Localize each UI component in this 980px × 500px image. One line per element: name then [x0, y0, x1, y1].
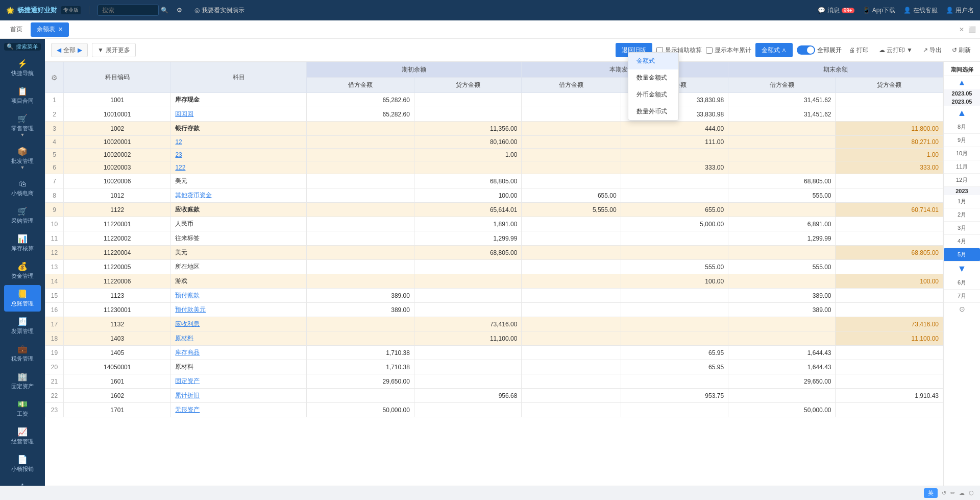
cloud-print-btn[interactable]: ☁ 云打印 ▼ — [876, 44, 916, 57]
date-month-5[interactable]: 5月 — [944, 248, 980, 261]
sidebar-item-ledger[interactable]: 📒 总账管理 — [4, 285, 41, 312]
table-row-name[interactable]: 应收利息 — [171, 317, 307, 331]
col-settings[interactable]: ⚙ — [45, 62, 64, 93]
table-row-name[interactable]: 其他货币资金 — [171, 188, 307, 203]
tab-maximize-icon[interactable]: ⬜ — [968, 26, 976, 33]
table-row-name[interactable]: 累计折旧 — [171, 389, 307, 403]
status-btn-5[interactable]: ⬡ — [969, 490, 974, 496]
date-month-7[interactable]: 7月 — [944, 290, 980, 303]
sidebar-item-payroll[interactable]: 💵 工资 — [4, 395, 41, 422]
table-row-name[interactable]: 无形资产 — [171, 403, 307, 417]
table-row-opening_credit: 68,805.00 — [414, 174, 521, 188]
date-month-8[interactable]: 8月 — [944, 121, 980, 134]
sidebar-item-fixed-assets[interactable]: 🏢 固定资产 — [4, 368, 41, 394]
status-btn-4[interactable]: ☁ — [959, 490, 965, 496]
col-closing-debit: 借方金额 — [728, 78, 836, 93]
filter-all-btn[interactable]: ◀ 全部 ▶ — [51, 43, 88, 57]
search-bar[interactable]: 🔍 — [97, 5, 168, 16]
sidebar-search[interactable]: 🔍 搜索菜单 — [4, 43, 41, 51]
content-area: ◀ 全部 ▶ ▼ 展开更多 退回旧版 显示辅助核算 显示本年累计 — [45, 39, 980, 500]
date-month-1[interactable]: 1月 — [944, 195, 980, 208]
date-month-2[interactable]: 2月 — [944, 208, 980, 222]
table-row-name[interactable]: 12 — [171, 136, 307, 149]
online-service-btn[interactable]: 👤 在线客服 — [903, 6, 938, 15]
table-row-name: 游戏 — [171, 274, 307, 289]
date-month-3[interactable]: 3月 — [944, 222, 980, 235]
date-scroll-down[interactable]: ▼ — [944, 261, 980, 276]
date-nav-collapse[interactable]: ⊙ — [944, 303, 980, 315]
sidebar-item-retail[interactable]: 🛒 零售管理 ▼ — [4, 110, 41, 141]
date-month-9[interactable]: 9月 — [944, 134, 980, 147]
date-month-4[interactable]: 4月 — [944, 235, 980, 248]
expand-toggle[interactable]: 全部展开 — [797, 45, 842, 55]
date-month-10[interactable]: 10月 — [944, 147, 980, 160]
view-mode-btn[interactable]: 金额式 ∧ — [755, 43, 793, 57]
date-scroll-up[interactable]: ▲ — [944, 106, 980, 121]
table-row-opening_credit: 65,614.01 — [414, 203, 521, 217]
table-row-opening_credit: 1,891.00 — [414, 217, 521, 231]
dropdown-item-qty-amount[interactable]: 数量金额式 — [628, 69, 678, 86]
expand-more-btn[interactable]: ▼ 展开更多 — [92, 43, 136, 57]
dropdown-item-foreign-amount[interactable]: 外币金额式 — [628, 86, 678, 103]
tab-balance[interactable]: 余额表 ✕ — [31, 22, 69, 37]
date-month-11[interactable]: 11月 — [944, 160, 980, 174]
dropdown-item-amount[interactable]: 金额式 — [628, 53, 678, 69]
date-month-12[interactable]: 12月 — [944, 174, 980, 187]
app-download-btn[interactable]: 📱 App下载 — [863, 6, 895, 15]
top-search-input[interactable] — [97, 5, 159, 16]
table-row-closing_debit: 555.00 — [728, 188, 836, 203]
col-opening-credit: 贷方金额 — [414, 78, 521, 93]
settings-btn[interactable]: ⚙ — [177, 7, 182, 14]
demo-link[interactable]: ◎ 我要看实例演示 — [194, 6, 244, 15]
status-btn-2[interactable]: ↺ — [942, 490, 946, 496]
table-row-name[interactable]: 原材料 — [171, 331, 307, 346]
sidebar-item-purchase[interactable]: 🛒 采购管理 — [4, 202, 41, 229]
sidebar-item-wholesale[interactable]: 📦 批发管理 ▼ — [4, 142, 41, 174]
sidebar-item-tax[interactable]: 💼 税务管理 — [4, 340, 41, 367]
date-month-6[interactable]: 6月 — [944, 276, 980, 290]
table-row-name[interactable]: 回回回 — [171, 107, 307, 122]
sidebar-item-inventory[interactable]: 📊 库存核算 — [4, 230, 41, 256]
show-ytd-checkbox[interactable]: 显示本年累计 — [706, 46, 751, 55]
show-ytd-input[interactable] — [706, 47, 713, 54]
table-section: ⚙ 科目编码 科目 期初余额 本 — [45, 62, 980, 500]
table-row-name: 美元 — [171, 174, 307, 188]
sidebar-item-funds[interactable]: 💰 资金管理 — [4, 257, 41, 284]
sidebar-item-quick-nav[interactable]: ⚡ 快捷导航 — [4, 55, 41, 81]
table-settings-icon[interactable]: ⚙ — [51, 74, 58, 82]
tab-close-all-icon[interactable]: ✕ — [959, 26, 964, 33]
col-period-debit: 借方金额 — [522, 78, 621, 93]
status-btn-3[interactable]: ✏ — [950, 490, 955, 496]
sidebar-item-invoice[interactable]: 🧾 发票管理 — [4, 313, 41, 339]
ecommerce-label: 小畅电商 — [6, 189, 39, 197]
sidebar-item-project[interactable]: 📋 项目合同 — [4, 82, 41, 109]
user-avatar[interactable]: 👤 用户名 — [946, 6, 974, 15]
dropdown-amount-label: 金额式 — [636, 57, 655, 64]
table-row-name[interactable]: 预付款美元 — [171, 303, 307, 317]
sidebar-item-ecommerce[interactable]: 🛍 小畅电商 — [4, 175, 41, 201]
project-icon: 📋 — [6, 86, 39, 96]
tab-home[interactable]: 首页 — [4, 22, 29, 37]
refresh-btn[interactable]: ↺ 刷新 — [949, 44, 974, 57]
table-row-period_debit — [522, 122, 621, 136]
sidebar-item-operations[interactable]: 📈 经营管理 — [4, 423, 41, 449]
table-row-num: 12 — [45, 246, 64, 260]
toggle-track[interactable] — [797, 45, 815, 55]
date-nav-up[interactable]: ▲ — [944, 76, 980, 89]
export-btn[interactable]: ↗ 导出 — [920, 44, 945, 57]
table-row-name[interactable]: 122 — [171, 161, 307, 174]
dropdown-item-qty-foreign[interactable]: 数量外币式 — [628, 103, 678, 120]
table-row-name[interactable]: 预付账款 — [171, 289, 307, 303]
message-btn[interactable]: 💬 消息 99+ — [818, 6, 854, 15]
print-btn[interactable]: 🖨 打印 — [846, 44, 872, 57]
sidebar-item-expense[interactable]: 📄 小畅报销 — [4, 450, 41, 477]
table-row-opening_credit — [414, 346, 521, 360]
table-row-name[interactable]: 23 — [171, 149, 307, 161]
table-row-num: 13 — [45, 260, 64, 274]
table-row-closing_credit: 73,416.00 — [836, 317, 943, 331]
status-btn-1[interactable]: 英 — [924, 488, 938, 498]
table-row-name[interactable]: 固定资产 — [171, 374, 307, 389]
tab-close-icon[interactable]: ✕ — [58, 26, 63, 33]
table-container[interactable]: ⚙ 科目编码 科目 期初余额 本 — [45, 62, 943, 500]
table-row-name[interactable]: 库存商品 — [171, 346, 307, 360]
